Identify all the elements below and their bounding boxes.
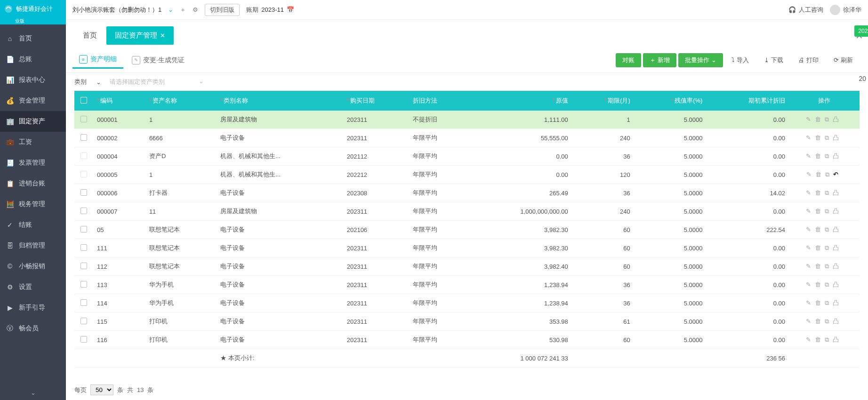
- period-value[interactable]: 2023-11: [261, 6, 284, 13]
- sidebar-item-6[interactable]: 🧾发票管理: [0, 152, 66, 173]
- row-checkbox[interactable]: [80, 189, 87, 196]
- delete-icon[interactable]: 🗑: [815, 171, 825, 178]
- reconcile-button[interactable]: 对账: [616, 53, 641, 67]
- edit-icon[interactable]: ✎: [806, 281, 815, 288]
- copy-icon[interactable]: ⧉: [825, 208, 833, 215]
- row-checkbox[interactable]: [80, 281, 87, 288]
- subtab-voucher[interactable]: ✎ 变更·生成凭证: [125, 52, 191, 68]
- select-all-checkbox[interactable]: [80, 97, 87, 104]
- export-icon[interactable]: 凸: [833, 318, 843, 325]
- sidebar-item-14[interactable]: Ⓥ畅会员: [0, 318, 66, 339]
- edit-icon[interactable]: ✎: [806, 116, 815, 123]
- refresh-button[interactable]: ⟳ 刷新: [827, 53, 860, 67]
- subtab-asset-detail[interactable]: ≡ 资产明细: [72, 51, 123, 69]
- account-selector[interactable]: 刘小艳演示账套（勿删勿动！）1: [72, 6, 161, 14]
- table-row[interactable]: 0000051机器、机械和其他生...202212年限平均0.001205.00…: [74, 166, 860, 184]
- copy-icon[interactable]: ⧉: [825, 263, 833, 270]
- edit-icon[interactable]: ✎: [806, 189, 815, 196]
- delete-icon[interactable]: 🗑: [815, 208, 825, 215]
- delete-icon[interactable]: 🗑: [815, 244, 825, 251]
- copy-icon[interactable]: ⧉: [825, 134, 833, 141]
- year-badge[interactable]: 2023: [854, 25, 868, 37]
- side-tag[interactable]: 20: [857, 72, 868, 85]
- sidebar-item-13[interactable]: ▶新手引导: [0, 297, 66, 318]
- delete-icon[interactable]: 🗑: [815, 116, 825, 123]
- row-checkbox[interactable]: [80, 244, 87, 251]
- tab-fixed-assets[interactable]: 固定资产管理✕: [106, 26, 174, 45]
- copy-icon[interactable]: ⧉: [825, 226, 833, 233]
- sidebar-item-8[interactable]: 🧮税务管理: [0, 194, 66, 215]
- sidebar-item-11[interactable]: ©小畅报销: [0, 256, 66, 277]
- delete-icon[interactable]: 🗑: [815, 263, 825, 270]
- table-row[interactable]: 000006打卡器电子设备202308年限平均265.49365.000014.…: [74, 184, 860, 202]
- sidebar-item-10[interactable]: 🗄归档管理: [0, 235, 66, 256]
- copy-icon[interactable]: ⧉: [825, 152, 833, 160]
- tab-home[interactable]: 首页: [74, 26, 105, 45]
- row-checkbox[interactable]: [80, 152, 87, 159]
- row-checkbox[interactable]: [80, 263, 87, 269]
- copy-icon[interactable]: ⧉: [825, 171, 833, 178]
- export-icon[interactable]: 凸: [833, 244, 843, 251]
- edit-icon[interactable]: ✎: [806, 244, 815, 251]
- row-checkbox[interactable]: [80, 336, 87, 343]
- row-checkbox[interactable]: [80, 318, 87, 324]
- row-checkbox[interactable]: [80, 171, 87, 177]
- export-icon[interactable]: 凸: [833, 336, 843, 343]
- sidebar-item-2[interactable]: 📊报表中心: [0, 70, 66, 90]
- delete-icon[interactable]: 🗑: [815, 318, 825, 325]
- table-row[interactable]: 05联想笔记本电子设备202106年限平均3,982.30605.0000222…: [74, 221, 860, 239]
- export-icon[interactable]: 凸: [833, 208, 843, 215]
- delete-icon[interactable]: 🗑: [815, 189, 825, 196]
- copy-icon[interactable]: ⧉: [825, 116, 833, 123]
- download-button[interactable]: ⤓ 下载: [757, 53, 790, 67]
- settings-icon[interactable]: ⚙: [193, 6, 198, 13]
- sidebar-item-9[interactable]: ✓结账: [0, 215, 66, 235]
- table-row[interactable]: 000004资产D机器、机械和其他生...202112年限平均0.00365.0…: [74, 147, 860, 166]
- sidebar-item-1[interactable]: 📄总账: [0, 49, 66, 70]
- calendar-icon[interactable]: 📅: [287, 6, 294, 13]
- table-row[interactable]: 00000711房屋及建筑物202311年限平均1,000,000,000.00…: [74, 202, 860, 221]
- row-checkbox[interactable]: [80, 116, 87, 122]
- user-menu[interactable]: 徐泽华: [830, 5, 861, 15]
- row-checkbox[interactable]: [80, 226, 87, 232]
- edit-icon[interactable]: ✎: [806, 152, 815, 160]
- sidebar-item-5[interactable]: 💼工资: [0, 132, 66, 152]
- import-button[interactable]: ⤵ 导入: [725, 53, 755, 67]
- export-icon[interactable]: 凸: [833, 152, 843, 160]
- edit-icon[interactable]: ✎: [806, 318, 815, 325]
- sidebar-item-3[interactable]: 💰资金管理: [0, 90, 66, 111]
- copy-icon[interactable]: ⧉: [825, 299, 833, 306]
- export-icon[interactable]: 凸: [833, 134, 843, 141]
- switch-old-button[interactable]: 切到旧版: [205, 4, 240, 16]
- edit-icon[interactable]: ✎: [806, 171, 815, 178]
- sidebar-item-7[interactable]: 📋进销台账: [0, 173, 66, 194]
- table-row[interactable]: 113华为手机电子设备202311年限平均1,238.94365.00000.0…: [74, 276, 860, 294]
- export-icon[interactable]: 凸: [833, 299, 843, 306]
- edit-icon[interactable]: ✎: [806, 263, 815, 270]
- export-icon[interactable]: 凸: [833, 189, 843, 196]
- sidebar-item-4[interactable]: 🏢固定资产: [0, 111, 66, 132]
- edit-icon[interactable]: ✎: [806, 226, 815, 233]
- sidebar-more-icon[interactable]: ⌄: [0, 385, 66, 400]
- export-icon[interactable]: 凸: [833, 226, 843, 233]
- print-button[interactable]: 🖨 打印: [792, 53, 825, 67]
- delete-icon[interactable]: 🗑: [815, 299, 825, 306]
- per-page-select[interactable]: 50: [90, 384, 113, 395]
- row-checkbox[interactable]: [80, 134, 87, 141]
- batch-button[interactable]: 批量操作 ⌄: [678, 53, 723, 67]
- copy-icon[interactable]: ⧉: [825, 318, 833, 325]
- copy-icon[interactable]: ⧉: [825, 281, 833, 288]
- edit-icon[interactable]: ✎: [806, 134, 815, 141]
- export-icon[interactable]: 凸: [833, 263, 843, 270]
- table-row[interactable]: 115打印机电子设备202311年限平均353.98615.00000.00✎🗑…: [74, 312, 860, 331]
- table-row[interactable]: 0000011房屋及建筑物202311不提折旧1,111.0015.00000.…: [74, 111, 860, 129]
- edit-icon[interactable]: ✎: [806, 299, 815, 306]
- filter-by-select[interactable]: 类别⌄: [74, 78, 105, 86]
- filter-category-select[interactable]: 请选择固定资产类别 ⌄: [110, 78, 204, 86]
- tab-close-icon[interactable]: ✕: [160, 32, 165, 39]
- sidebar-item-0[interactable]: ⌂首页: [0, 28, 66, 49]
- export-icon[interactable]: 凸: [833, 281, 843, 288]
- copy-icon[interactable]: ⧉: [825, 189, 833, 196]
- help-link[interactable]: 🎧 人工咨询: [788, 6, 823, 14]
- add-account-icon[interactable]: ＋: [180, 6, 186, 14]
